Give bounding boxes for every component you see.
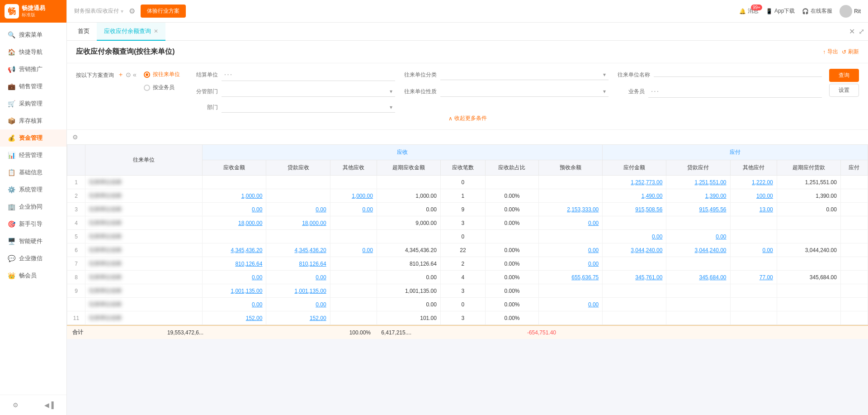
partner-cell[interactable]: 往来单位名称	[85, 203, 203, 216]
scheme-options: 按往来单位 按业务员	[140, 69, 184, 93]
sidebar-item-search-menu[interactable]: 🔍 搜索菜单	[0, 26, 66, 43]
th-ar-amount: 应收金额	[203, 160, 266, 176]
app-logo-icon: 畅	[5, 4, 19, 19]
enterprise-icon: 🏢	[7, 203, 15, 210]
header-gear-icon[interactable]: ⚙	[129, 7, 135, 15]
sidebar-item-sales[interactable]: 💼 销售管理	[0, 78, 66, 95]
filter-field-partner-cat: 往来单位分类 ▾	[404, 69, 609, 81]
main-content: 首页 应收应付余额查询 ✕ ✕ ⤢ 应收应付余额查询(按往来单位) ↑ 导出 ↺…	[67, 23, 868, 415]
partner-cell[interactable]: 往来单位名称	[85, 284, 203, 298]
sidebar-menu: 🔍 搜索菜单 🏠 快捷导航 📢 营销推广 💼 销售管理 🛒 采购管理 📦 库存核…	[0, 23, 66, 395]
tab-close-icon[interactable]: ✕	[154, 28, 158, 34]
tab-bar: 首页 应收应付余额查询 ✕ ✕ ⤢	[67, 23, 868, 41]
app-version: 标准版	[22, 12, 45, 18]
sidebar-settings-btn[interactable]: ⚙	[8, 399, 23, 411]
header: 财务报表/应收应付 ▾ ⚙ 体验行业方案 🔔 消息 99+ 📱 App下载 🎧 …	[67, 0, 868, 23]
partner-name-input[interactable]	[654, 73, 822, 77]
app-download-button[interactable]: 📱 App下载	[766, 7, 795, 15]
online-service-button[interactable]: 🎧 在线客服	[802, 7, 832, 15]
settlement-label: 结算单位	[191, 71, 218, 79]
user-menu[interactable]: Rit	[840, 5, 861, 18]
filter-field-partner-name: 往来单位名称	[618, 69, 822, 81]
table-footer: 合计 19,553,472,6... 100.00% 6,417,215....…	[67, 325, 868, 339]
salesperson-input[interactable]: ···	[648, 86, 822, 98]
sidebar-item-quick-nav[interactable]: 🏠 快捷导航	[0, 43, 66, 61]
query-button[interactable]: 查询	[829, 69, 859, 82]
partner-cell[interactable]: 往来单位名称	[85, 298, 203, 311]
table-settings-icon[interactable]: ⚙	[72, 134, 78, 141]
sidebar-item-finance[interactable]: 💰 资金管理	[0, 129, 66, 147]
refresh-button[interactable]: ↺ 刷新	[842, 48, 859, 56]
filter-field-salesperson: 业务员 ···	[618, 86, 822, 98]
sidebar-item-system[interactable]: ⚙️ 系统管理	[0, 181, 66, 198]
department-input[interactable]: ▾	[222, 102, 395, 113]
tab-home[interactable]: 首页	[71, 23, 97, 41]
tab-expand-icon[interactable]: ⤢	[859, 27, 864, 36]
dept-input[interactable]: ▾	[222, 86, 395, 97]
settlement-input[interactable]: ···	[222, 69, 395, 81]
partner-cell[interactable]: 往来单位名称	[85, 243, 203, 257]
collapse-filter-button[interactable]: ∧ 收起更多条件	[76, 113, 859, 124]
table-row: 6往来单位名称4,345,436.204,345,436.200.004,345…	[67, 243, 868, 257]
guide-icon: 🎯	[7, 220, 15, 228]
inventory-icon: 📦	[7, 117, 15, 124]
sidebar-item-label: 采购管理	[19, 100, 42, 108]
filter-scheme-label: 按以下方案查询	[76, 71, 114, 79]
sidebar: 畅 畅捷通易 标准版 🔍 搜索菜单 🏠 快捷导航 📢 营销推广 💼 销售管理 🛒…	[0, 0, 67, 415]
quick-nav-icon: 🏠	[7, 48, 15, 56]
partner-cell[interactable]: 往来单位名称	[85, 176, 203, 189]
sidebar-item-operations[interactable]: 📊 经营管理	[0, 147, 66, 164]
marketing-icon: 📢	[7, 66, 15, 73]
sidebar-item-basic[interactable]: 📋 基础信息	[0, 164, 66, 181]
table-row: 4往来单位名称18,000.0018,000.009,000.0030.00%0…	[67, 216, 868, 230]
export-button[interactable]: ↑ 导出	[823, 48, 838, 56]
table-container[interactable]: 往来单位 应收 应付 应收金额 贷款应收 其他应收 超期应收金额 应收笔数 应收…	[67, 144, 868, 325]
partner-cat-input[interactable]: ▾	[440, 70, 609, 80]
tab-ar-ap[interactable]: 应收应付余额查询 ✕	[97, 23, 165, 41]
footer-ar-total: 19,553,472,6...	[163, 329, 203, 336]
edit-scheme-icon[interactable]: ⊙	[126, 71, 131, 78]
setting-button[interactable]: 设置	[829, 84, 859, 97]
partner-cell[interactable]: 往来单位名称	[85, 230, 203, 243]
partner-cell[interactable]: 往来单位名称	[85, 216, 203, 230]
sidebar-item-marketing[interactable]: 📢 营销推广	[0, 61, 66, 78]
footer-ar-advance: 6,417,215....	[371, 329, 411, 336]
partner-cell[interactable]: 往来单位名称	[85, 257, 203, 271]
scheme-opt-sales[interactable]: 按业务员	[140, 82, 184, 93]
partner-cell[interactable]: 往来单位名称	[85, 311, 203, 325]
basic-icon: 📋	[7, 169, 15, 176]
collapse-scheme-icon[interactable]: «	[133, 71, 137, 78]
th-group-ar: 应收	[203, 145, 603, 160]
add-scheme-icon[interactable]: ＋	[118, 71, 124, 79]
sidebar-collapse-btn[interactable]: ◀▐	[40, 399, 58, 411]
page-title: 应收应付余额查询(按往来单位)	[76, 47, 175, 57]
table-row: 1往来单位名称01,252,773.001,251,551.001,222.00…	[67, 176, 868, 189]
sidebar-item-hardware[interactable]: 🖥️ 智能硬件	[0, 233, 66, 250]
partner-nature-input[interactable]: ▾	[440, 86, 609, 97]
sidebar-item-wechat[interactable]: 💬 企业微信	[0, 250, 66, 267]
sidebar-item-guide[interactable]: 🎯 新手引导	[0, 215, 66, 233]
sidebar-item-inventory[interactable]: 📦 库存核算	[0, 112, 66, 129]
sidebar-item-member[interactable]: 👑 畅会员	[0, 267, 66, 284]
radio-partner	[144, 72, 150, 78]
page-header: 应收应付余额查询(按往来单位) ↑ 导出 ↺ 刷新	[67, 41, 868, 63]
partner-nature-label: 往来单位性质	[404, 88, 437, 95]
scheme-actions: ＋ ⊙ «	[118, 71, 137, 79]
scheme-opt-partner[interactable]: 按往来单位	[140, 69, 184, 80]
tab-close-all-icon[interactable]: ✕	[849, 27, 855, 36]
sidebar-item-enterprise[interactable]: 🏢 企业协同	[0, 198, 66, 215]
th-ap-loan: 贷款应付	[666, 160, 730, 176]
notification-button[interactable]: 🔔 消息 99+	[739, 7, 759, 15]
partner-cell[interactable]: 往来单位名称	[85, 271, 203, 284]
sidebar-item-label: 系统管理	[19, 186, 42, 194]
notif-badge: 99+	[751, 5, 762, 10]
sidebar-item-label: 畅会员	[19, 272, 37, 280]
table-row: 3往来单位名称0.000.000.000.0090.00%2,153,333.0…	[67, 203, 868, 216]
app-name: 畅捷通易	[22, 5, 45, 12]
filter-fields: 结算单位 ··· 往来单位分类 ▾ 往来单位名称	[191, 69, 822, 113]
partner-cell[interactable]: 往来单位名称	[85, 189, 203, 203]
sidebar-item-purchase[interactable]: 🛒 采购管理	[0, 95, 66, 112]
sidebar-item-label: 新手引导	[19, 220, 42, 228]
promo-button[interactable]: 体验行业方案	[141, 5, 186, 18]
tab-home-label: 首页	[78, 27, 90, 35]
